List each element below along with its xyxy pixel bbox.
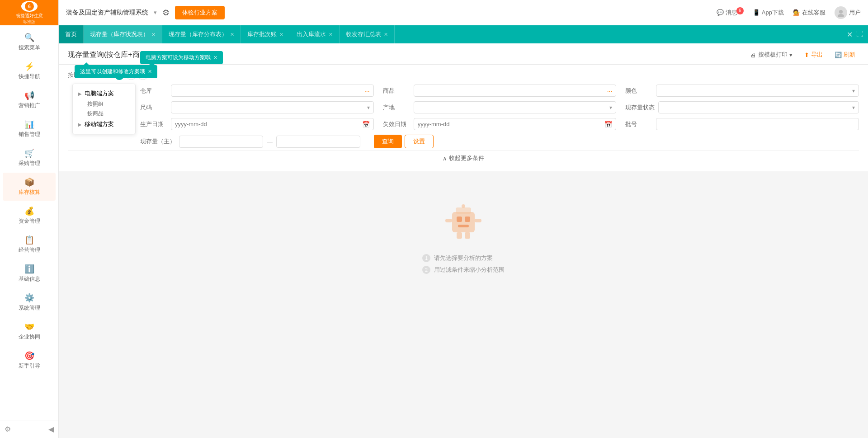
- origin-input[interactable]: [414, 102, 606, 113]
- filter-field-expire-date: 失效日期 📅: [383, 118, 617, 130]
- content-area: 现存量查询(按仓库+商品) 🖨 按模板打印 ▾ ⬆ 导出 🔄 刷新: [59, 43, 868, 438]
- color-input[interactable]: [656, 85, 849, 96]
- scheme-desktop-child-1[interactable]: 按商品: [85, 109, 130, 118]
- refresh-btn[interactable]: 🔄 刷新: [831, 49, 859, 61]
- sidebar-item-quicknav-label: 快捷导航: [19, 73, 40, 80]
- refresh-icon: 🔄: [835, 52, 842, 58]
- filter-grid-1: 仓库 ··· 商品 ··· 颜色: [140, 85, 859, 97]
- filter-field-size: 尺码 ▾: [140, 101, 374, 113]
- svg-point-3: [838, 14, 844, 17]
- system-title-dropdown-icon[interactable]: ▾: [154, 9, 157, 16]
- user-item[interactable]: 用户: [835, 6, 861, 19]
- messages-item[interactable]: 💬 消息 6: [717, 9, 744, 17]
- tab-inout-flow-close[interactable]: ✕: [329, 32, 333, 38]
- finance-icon: 💰: [24, 206, 34, 216]
- export-icon: ⬆: [804, 52, 809, 58]
- tab-inventory-dist[interactable]: 现存量（库存分布表） ✕: [162, 25, 241, 43]
- system-title: 装备及固定资产辅助管理系统: [66, 9, 148, 17]
- tab-inout-flow[interactable]: 出入库流水 ✕: [290, 25, 340, 43]
- filter-field-color: 颜色 ▾: [625, 85, 859, 97]
- reset-btn[interactable]: 设置: [405, 135, 434, 148]
- svg-rect-10: [457, 232, 462, 239]
- tab-close-all-icon[interactable]: ✕: [847, 30, 853, 39]
- sidebar-item-basicinfo[interactable]: ℹ️ 基础信息: [3, 259, 56, 287]
- sidebar-item-inventory[interactable]: 📦 库存核算: [3, 173, 56, 201]
- topbar-right: 💬 消息 6 📱 App下载 💁 在线客服 用户: [717, 6, 861, 19]
- scheme-desktop-child-0[interactable]: 按照组: [85, 99, 130, 109]
- page-title: 现存量查询(按仓库+商品): [68, 50, 149, 60]
- tab-home[interactable]: 首页: [59, 25, 84, 43]
- sidebar-item-guide[interactable]: 🎯 新手引导: [3, 346, 56, 374]
- settings-bottom-icon[interactable]: ⚙: [5, 425, 11, 433]
- industry-btn[interactable]: 体验行业方案: [175, 6, 225, 19]
- scheme-mobile[interactable]: ▶ 移动端方案: [78, 118, 130, 130]
- svg-rect-9: [475, 219, 481, 222]
- goods-dots-icon[interactable]: ···: [604, 87, 616, 94]
- tab-summary[interactable]: 收发存汇总表 ✕: [340, 25, 395, 43]
- export-btn[interactable]: ⬆ 导出: [801, 49, 826, 61]
- scheme-tooltip-2-close[interactable]: ✕: [148, 69, 152, 75]
- settings-icon[interactable]: ⚙: [162, 8, 170, 18]
- tab-summary-close[interactable]: ✕: [384, 32, 388, 38]
- filter-area: 按以下方案查询 + ↺ « 电脑方案可设为移动方案哦 ✕: [59, 65, 868, 171]
- stock-min-input[interactable]: [179, 136, 263, 147]
- sidebar-item-finance[interactable]: 💰 资金管理: [3, 202, 56, 230]
- sidebar-item-basicinfo-label: 基础信息: [19, 275, 40, 283]
- logo-icon: 6: [21, 1, 38, 12]
- tab-fullscreen-icon[interactable]: ⛶: [856, 30, 863, 38]
- online-service-item[interactable]: 💁 在线客服: [793, 9, 826, 17]
- batch-input[interactable]: [656, 118, 859, 130]
- search-btn[interactable]: 查询: [374, 135, 402, 148]
- logo-sub-label: 标准版: [23, 19, 35, 25]
- tab-inout-flow-label: 出入库流水: [297, 30, 326, 38]
- topbar: 装备及固定资产辅助管理系统 ▾ ⚙ 体验行业方案 💬 消息 6 📱 App下载 …: [59, 0, 868, 25]
- size-arrow-icon[interactable]: ▾: [363, 104, 373, 111]
- warehouse-input[interactable]: [171, 85, 361, 96]
- tab-inventory-status-close[interactable]: ✕: [151, 32, 156, 38]
- tab-batch-ledger-close[interactable]: ✕: [279, 32, 283, 38]
- collapse-btn[interactable]: ∧ 收起更多条件: [443, 154, 484, 162]
- sidebar-item-sales[interactable]: 📊 销售管理: [3, 115, 56, 143]
- print-btn[interactable]: 🖨 按模板打印 ▾: [747, 49, 796, 61]
- svg-point-13: [462, 204, 465, 208]
- online-service-label: 在线客服: [802, 9, 826, 17]
- produce-date-input[interactable]: [171, 118, 359, 130]
- sidebar-item-purchase[interactable]: 🛒 采购管理: [3, 144, 56, 172]
- origin-arrow-icon[interactable]: ▾: [606, 104, 616, 111]
- filter-field-stock-status: 现存量状态 ▾: [625, 101, 859, 113]
- color-arrow-icon[interactable]: ▾: [849, 88, 859, 94]
- size-input[interactable]: [171, 102, 363, 113]
- scheme-desktop[interactable]: ▶ 电脑端方案: [78, 88, 130, 99]
- sidebar-item-marketing-label: 营销推广: [19, 102, 40, 109]
- stock-status-input[interactable]: [659, 102, 849, 113]
- goods-input[interactable]: [414, 85, 604, 96]
- tab-inventory-status[interactable]: 现存量（库存状况表） ✕: [84, 25, 162, 43]
- scheme-tooltip-1-close[interactable]: ✕: [213, 55, 217, 61]
- sidebar-item-system[interactable]: ⚙️ 系统管理: [3, 288, 56, 316]
- tab-batch-ledger[interactable]: 库存批次账 ✕: [241, 25, 290, 43]
- scheme-mobile-label: 移动端方案: [85, 120, 114, 128]
- scheme-desktop-children: 按照组 按商品: [85, 99, 130, 118]
- filter-field-origin: 产地 ▾: [383, 101, 617, 113]
- expire-date-input[interactable]: [414, 118, 601, 130]
- tab-batch-ledger-label: 库存批次账: [247, 30, 277, 38]
- tab-inventory-dist-close[interactable]: ✕: [230, 32, 234, 38]
- sidebar-item-collab[interactable]: 🤝 企业协同: [3, 317, 56, 345]
- stock-status-arrow-icon[interactable]: ▾: [849, 104, 859, 111]
- sidebar-bottom: ⚙ ◀: [0, 420, 58, 438]
- step-1-num: 1: [422, 254, 430, 262]
- tab-inventory-dist-label: 现存量（库存分布表）: [169, 30, 227, 38]
- sidebar-item-search[interactable]: 🔍 搜索菜单: [3, 28, 56, 56]
- sidebar-item-marketing[interactable]: 📢 营销推广: [3, 86, 56, 114]
- app-download-item[interactable]: 📱 App下载: [753, 9, 784, 17]
- sidebar-item-quicknav[interactable]: ⚡ 快捷导航: [3, 57, 56, 85]
- expire-date-calendar-icon[interactable]: 📅: [601, 121, 616, 128]
- produce-date-calendar-icon[interactable]: 📅: [359, 121, 373, 128]
- collapse-sidebar-icon[interactable]: ◀: [48, 425, 54, 433]
- sidebar-item-operations[interactable]: 📋 经营管理: [3, 231, 56, 259]
- stock-max-input[interactable]: [277, 136, 360, 147]
- filter-collapse-row: ∧ 收起更多条件: [68, 150, 859, 166]
- filter-field-warehouse: 仓库 ···: [140, 85, 374, 97]
- warehouse-dots-icon[interactable]: ···: [361, 87, 373, 94]
- sidebar-item-guide-label: 新手引导: [19, 362, 40, 370]
